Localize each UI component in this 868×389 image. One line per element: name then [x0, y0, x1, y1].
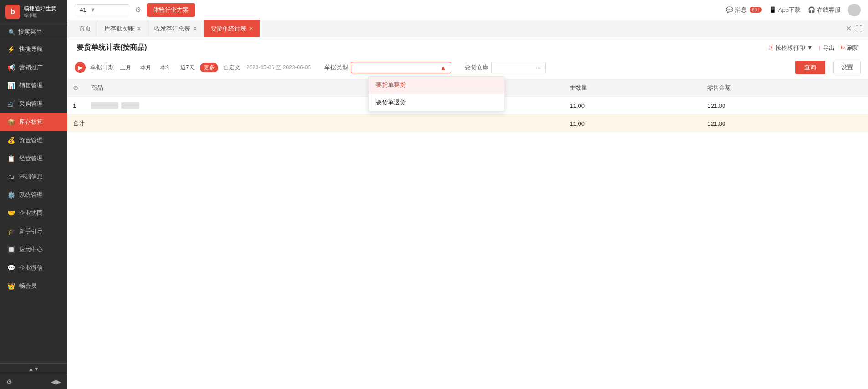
- tabs-bar: 首页 库存批次账 ✕ 收发存汇总表 ✕ 要货单统计表 ✕ ✕ ⛶: [67, 20, 868, 37]
- collapse-icon[interactable]: ◀▶: [51, 378, 61, 385]
- date-opt-last-7-days[interactable]: 近7天: [177, 62, 198, 73]
- col-product: 商品: [86, 79, 370, 97]
- tab-batch[interactable]: 库存批次账 ✕: [98, 20, 148, 37]
- operations-icon: 📋: [6, 154, 15, 163]
- user-avatar[interactable]: [848, 4, 861, 16]
- date-filter-group: 单据日期 上月 本月 本年 近7天 更多 自定义 2023-05-06 至 20…: [90, 62, 311, 73]
- page-header: 要货单统计表(按商品) 🖨 按模板打印 ▼ ↑ 导出 ↻ 刷新: [67, 37, 868, 56]
- type-filter-input[interactable]: ▲: [351, 62, 451, 73]
- scroll-up-btn[interactable]: ▲: [28, 366, 34, 372]
- col-qty: 主数量: [564, 79, 702, 97]
- sidebar-item-app-center[interactable]: 🔲 应用中心: [0, 241, 67, 259]
- sidebar-scroll: ▲ ▼: [0, 363, 67, 374]
- notification-icon: 💬: [726, 6, 733, 13]
- search-menu[interactable]: 🔍 搜索菜单: [0, 24, 67, 40]
- sidebar-item-member[interactable]: 👑 畅会员: [0, 277, 67, 295]
- page-title: 要货单统计表(按商品): [77, 43, 147, 52]
- sidebar-item-wechat[interactable]: 💬 企业微信: [0, 259, 67, 277]
- date-opt-custom[interactable]: 自定义: [220, 62, 244, 73]
- sidebar-item-marketing[interactable]: 📢 营销推广: [0, 58, 67, 77]
- sidebar-item-operations[interactable]: 📋 经营管理: [0, 149, 67, 168]
- date-range-display: 2023-05-06 至 2023-06-06: [247, 64, 311, 72]
- date-opt-this-year[interactable]: 本年: [157, 62, 175, 73]
- filter-expand-button[interactable]: ▶: [75, 62, 86, 73]
- row-num: 1: [67, 97, 86, 115]
- basic-icon: 🗂: [6, 172, 15, 181]
- tab-batch-close[interactable]: ✕: [137, 26, 141, 32]
- sidebar-item-inventory[interactable]: 📦 库存核算: [0, 113, 67, 131]
- product-code-placeholder: [121, 102, 139, 109]
- topbar-gear-icon[interactable]: ⚙: [135, 5, 141, 14]
- company-select[interactable]: 41 ▼: [75, 4, 129, 15]
- row-product: [86, 97, 370, 115]
- app-download-action[interactable]: 📱 App下载: [769, 6, 801, 14]
- tab-order-stats[interactable]: 要货单统计表 ✕: [204, 20, 260, 37]
- footer-label: 合计: [67, 115, 370, 133]
- tabs-end: ✕ ⛶: [846, 24, 863, 33]
- sidebar-item-finance[interactable]: 💰 资金管理: [0, 131, 67, 149]
- inventory-icon: 📦: [6, 118, 15, 127]
- tab-home[interactable]: 首页: [73, 20, 98, 37]
- column-settings-icon[interactable]: ⚙: [73, 84, 79, 92]
- dropdown-item-order-return[interactable]: 要货单退货: [369, 94, 504, 111]
- sidebar-header: b 畅捷通好生意 标准版: [0, 0, 67, 24]
- online-service-action[interactable]: 🎧 在线客服: [808, 6, 841, 14]
- sidebar-item-system[interactable]: ⚙️ 系统管理: [0, 186, 67, 204]
- sidebar-item-newbie[interactable]: 🎓 新手引导: [0, 222, 67, 241]
- row-amount: 121.00: [702, 97, 868, 115]
- page-content: 要货单统计表(按商品) 🖨 按模板打印 ▼ ↑ 导出 ↻ 刷新 ▶: [67, 37, 868, 389]
- set-button[interactable]: 设置: [833, 61, 861, 74]
- footer-unit: [370, 115, 564, 133]
- type-dropdown: 要货单要货 要货单退货: [368, 76, 505, 112]
- sidebar-item-enterprise[interactable]: 🤝 企业协同: [0, 204, 67, 222]
- export-button[interactable]: ↑ 导出: [818, 44, 835, 52]
- member-icon: 👑: [6, 282, 15, 291]
- app-title: 畅捷通好生意 标准版: [24, 5, 56, 19]
- trial-button[interactable]: 体验行业方案: [147, 3, 195, 17]
- enterprise-icon: 🤝: [6, 209, 15, 218]
- tab-summary[interactable]: 收发存汇总表 ✕: [148, 20, 204, 37]
- sidebar-item-purchase[interactable]: 🛒 采购管理: [0, 95, 67, 113]
- settings-icon[interactable]: ⚙: [6, 378, 12, 385]
- phone-icon: 📱: [769, 6, 776, 13]
- warehouse-filter-group: 要货仓库 ···: [465, 62, 546, 73]
- sidebar-item-shortcut[interactable]: ⚡ 快捷导航: [0, 40, 67, 58]
- print-dropdown-icon: ▼: [807, 44, 813, 51]
- dropdown-item-order-purchase[interactable]: 要货单要货: [369, 77, 504, 94]
- warehouse-filter-input[interactable]: ···: [491, 62, 546, 73]
- sidebar-nav: ⚡ 快捷导航 📢 营销推广 📊 销售管理 🛒 采购管理 📦 库存核算 💰 资金管…: [0, 40, 67, 363]
- app-center-icon: 🔲: [6, 245, 15, 254]
- type-filter-label: 单据类型: [324, 63, 348, 72]
- scroll-down-btn[interactable]: ▼: [34, 366, 39, 372]
- date-opt-more[interactable]: 更多: [200, 63, 218, 72]
- sales-icon: 📊: [6, 81, 15, 90]
- footer-qty: 11.00: [564, 115, 702, 133]
- tab-order-stats-close[interactable]: ✕: [249, 26, 253, 32]
- headset-icon: 🎧: [808, 6, 815, 13]
- page-actions: 🖨 按模板打印 ▼ ↑ 导出 ↻ 刷新: [768, 44, 859, 52]
- sidebar: b 畅捷通好生意 标准版 🔍 搜索菜单 ⚡ 快捷导航 📢 营销推广 📊 销售管理…: [0, 0, 67, 389]
- refresh-button[interactable]: ↻ 刷新: [840, 44, 859, 52]
- company-select-arrow: ▼: [90, 6, 96, 13]
- col-amount: 零售金额: [702, 79, 868, 97]
- type-filter-group: 单据类型 ▲: [324, 62, 451, 73]
- topbar-left: 41 ▼ ⚙ 体验行业方案: [75, 3, 195, 17]
- shortcut-icon: ⚡: [6, 45, 15, 54]
- date-filter-label: 单据日期: [90, 63, 114, 72]
- warehouse-filter-dots: ···: [536, 64, 541, 71]
- sidebar-item-basic[interactable]: 🗂 基础信息: [0, 168, 67, 186]
- date-opt-last-month[interactable]: 上月: [117, 62, 135, 73]
- warehouse-filter-label: 要货仓库: [465, 63, 488, 72]
- tab-summary-close[interactable]: ✕: [193, 26, 197, 32]
- date-options: 上月 本月 本年 近7天 更多 自定义: [117, 62, 244, 73]
- print-button[interactable]: 🖨 按模板打印 ▼: [768, 44, 813, 52]
- date-opt-this-month[interactable]: 本月: [137, 62, 155, 73]
- sidebar-item-sales[interactable]: 📊 销售管理: [0, 77, 67, 95]
- topbar: 41 ▼ ⚙ 体验行业方案 💬 消息 99+ 📱 App下载 🎧 在线客服: [67, 0, 868, 20]
- tabs-close-all-icon[interactable]: ✕: [846, 24, 852, 33]
- query-button[interactable]: 查询: [795, 61, 825, 74]
- tabs-expand-icon[interactable]: ⛶: [855, 25, 863, 33]
- system-icon: ⚙️: [6, 190, 15, 200]
- notifications-action[interactable]: 💬 消息 99+: [726, 6, 762, 14]
- topbar-right: 💬 消息 99+ 📱 App下载 🎧 在线客服: [726, 4, 861, 16]
